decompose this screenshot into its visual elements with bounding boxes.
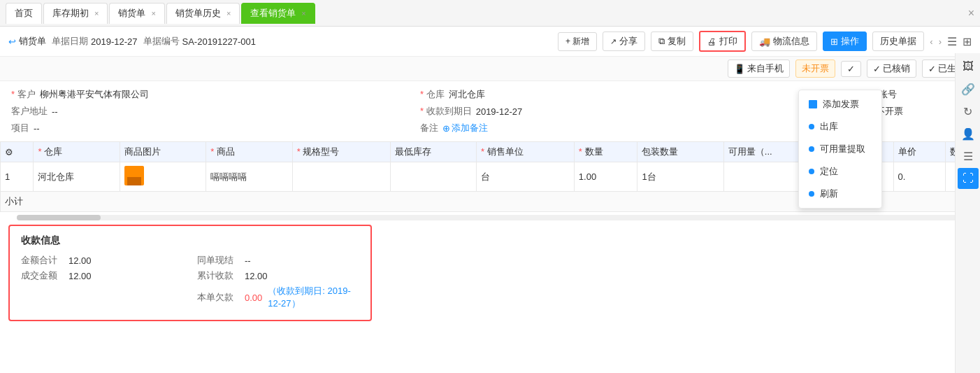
payment-left: 金额合计 12.00 成交金额 12.00 — [21, 253, 183, 311]
cancelled-button[interactable]: ✓ 已核销 — [867, 59, 916, 78]
tab-view-sales[interactable]: 查看销货单 × — [241, 3, 315, 24]
add-invoice-icon — [809, 100, 817, 108]
cell-img — [120, 162, 206, 192]
tab-sales-close[interactable]: × — [151, 9, 155, 17]
copy-button[interactable]: ⧉ 复制 — [651, 31, 693, 51]
payment-title: 收款信息 — [21, 234, 359, 247]
tab-bar: 首页 库存期初 × 销货单 × 销货单历史 × 查看销货单 × × — [0, 0, 980, 27]
sidebar-icon-image[interactable]: 🖼 — [958, 56, 979, 77]
cell-unit: 台 — [476, 162, 574, 192]
cell-spec — [292, 162, 390, 192]
sidebar-icon-expand[interactable]: ⛶ — [958, 168, 979, 189]
confirm-icon: ✓ — [847, 64, 855, 74]
address-label: 客户地址 — [11, 105, 48, 118]
cell-price: 0. — [893, 162, 945, 192]
deal-label: 成交金额 — [21, 269, 63, 282]
tab-sales-history-close[interactable]: × — [226, 9, 231, 17]
tab-sales-history[interactable]: 销货单历史 × — [166, 3, 240, 24]
check-icon: ✓ — [873, 64, 881, 74]
location-icon — [809, 169, 814, 174]
tab-view-sales-close[interactable]: × — [301, 9, 305, 17]
product-thumbnail — [124, 166, 144, 185]
doc-no-field: 单据编号 SA-20191227-001 — [143, 35, 257, 48]
date-label: 单据日期 — [52, 35, 88, 48]
share-icon: ↗ — [610, 37, 617, 46]
avail-extract-label: 可用量提取 — [820, 143, 865, 155]
deal-value: 12.00 — [69, 271, 92, 281]
avail-extract-icon — [809, 146, 814, 152]
nav-next-icon[interactable]: › — [939, 36, 942, 47]
refresh-label: 刷新 — [820, 188, 838, 200]
warehouse-field: 仓库 河北仓库 — [420, 88, 560, 101]
tab-home-label: 首页 — [15, 7, 33, 20]
print-button[interactable]: 🖨 打印 — [699, 31, 746, 52]
menu-add-invoice[interactable]: 添加发票 — [799, 93, 881, 115]
operations-label: 操作 — [841, 35, 859, 48]
h-scroll-track[interactable] — [17, 215, 963, 220]
th-pkg-qty: 包装数量 — [637, 142, 723, 162]
add-note-button[interactable]: ⊕ 添加备注 — [442, 122, 488, 134]
tab-sales-history-label: 销货单历史 — [175, 7, 221, 20]
tab-inventory-close[interactable]: × — [94, 9, 99, 17]
menu-out-warehouse[interactable]: 出库 — [799, 115, 881, 138]
same-settle-value: -- — [245, 255, 251, 266]
view-icon-list[interactable]: ☰ — [947, 35, 957, 48]
tab-sales-label: 销货单 — [118, 7, 145, 20]
share-button[interactable]: ↗ 分享 — [603, 31, 645, 51]
due-date-value: 2019-12-27 — [476, 106, 523, 117]
project-value: -- — [34, 123, 40, 134]
close-window-button[interactable]: × — [968, 7, 974, 20]
new-button[interactable]: + 新增 — [558, 32, 597, 51]
amount-label: 金额合计 — [21, 254, 63, 267]
customer-field: 客户 柳州粤港平安气体有限公司 — [11, 88, 151, 101]
cancelled-label: 已核销 — [883, 62, 910, 75]
menu-location[interactable]: 定位 — [799, 160, 881, 183]
sub-toolbar: 📱 来自手机 未开票 ✓ ✓ 已核销 ✓ 已生效 — [0, 57, 980, 81]
nav-prev-icon[interactable]: ‹ — [930, 36, 932, 47]
history-button[interactable]: 历史单据 — [872, 31, 924, 51]
project-field: 项目 -- — [11, 122, 151, 134]
note-field: 备注 ⊕ 添加备注 — [420, 122, 560, 134]
share-label: 分享 — [619, 35, 637, 48]
sidebar-icon-refresh[interactable]: ↻ — [958, 101, 979, 122]
balance-note: （收款到期日: 2019-12-27） — [268, 285, 359, 310]
amount-row: 金额合计 12.00 — [21, 253, 183, 268]
operations-button[interactable]: ⊞ 操作 — [823, 31, 867, 51]
cell-qty: 1.00 — [574, 162, 637, 192]
cell-pkg-qty: 1台 — [637, 162, 723, 192]
tab-view-sales-label: 查看销货单 — [250, 7, 296, 20]
logistics-icon: 🚚 — [759, 36, 770, 47]
total-received-row: 累计收款 12.00 — [197, 268, 359, 283]
menu-avail-extract[interactable]: 可用量提取 — [799, 138, 881, 160]
sidebar-icon-menu[interactable]: ☰ — [958, 146, 979, 167]
h-scroll-thumb[interactable] — [17, 215, 101, 220]
h-scrollbar[interactable] — [8, 215, 972, 220]
main-content: ↩ 销货单 单据日期 2019-12-27 单据编号 SA-20191227-0… — [0, 27, 980, 373]
address-value: -- — [52, 106, 58, 117]
print-label: 打印 — [719, 35, 737, 48]
doc-date-field: 单据日期 2019-12-27 — [52, 35, 138, 48]
logistics-button[interactable]: 🚚 物流信息 — [751, 31, 817, 51]
tab-sales[interactable]: 销货单 × — [109, 3, 164, 24]
sidebar-icon-user[interactable]: 👤 — [958, 123, 979, 144]
tab-home[interactable]: 首页 — [6, 3, 42, 24]
out-warehouse-icon — [809, 124, 814, 129]
confirm-button[interactable]: ✓ — [841, 61, 861, 77]
balance-value: 0.00 — [245, 293, 262, 303]
th-product: * 商品 — [206, 142, 292, 162]
cell-min-stock — [390, 162, 476, 192]
th-price: 单价 — [893, 142, 945, 162]
sidebar-icon-link[interactable]: 🔗 — [958, 78, 979, 99]
tab-inventory[interactable]: 库存期初 × — [43, 3, 108, 24]
add-invoice-label: 添加发票 — [823, 98, 859, 111]
th-spec: * 规格型号 — [292, 142, 390, 162]
th-settings[interactable]: ⚙ — [1, 142, 34, 162]
not-open-button[interactable]: 未开票 — [795, 59, 835, 78]
note-label: 备注 — [420, 122, 438, 134]
no-label: 单据编号 — [143, 35, 180, 48]
view-icon-grid[interactable]: ⊞ — [963, 35, 972, 48]
customer-value: 柳州粤港平安气体有限公司 — [40, 88, 149, 101]
doc-icon-symbol: ↩ — [8, 36, 16, 47]
menu-refresh[interactable]: 刷新 — [799, 183, 881, 205]
from-phone-button[interactable]: 📱 来自手机 — [728, 59, 790, 78]
